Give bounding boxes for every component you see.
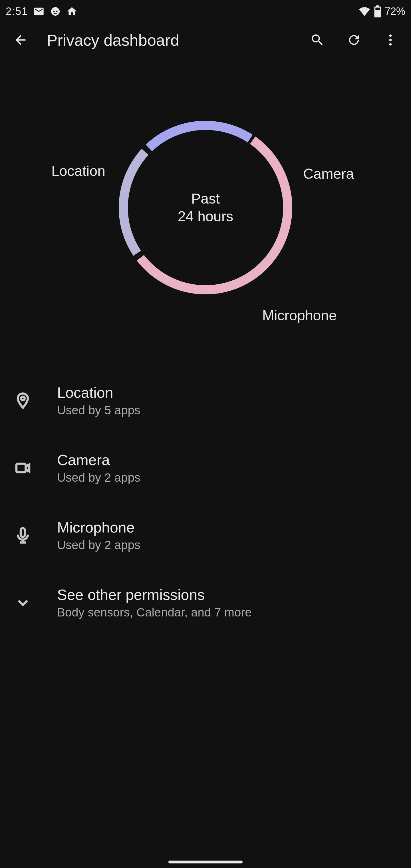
permission-title: Microphone: [57, 519, 140, 536]
chart-label-microphone: Microphone: [262, 307, 337, 324]
overflow-menu-button[interactable]: [377, 26, 404, 54]
battery-icon: [374, 5, 381, 18]
status-time: 2:51: [6, 5, 28, 18]
usage-chart: Past 24 hours Location Camera Microphone: [0, 57, 411, 358]
svg-point-7: [389, 43, 392, 46]
see-other-subtitle: Body sensors, Calendar, and 7 more: [57, 606, 252, 619]
svg-rect-13: [21, 528, 25, 537]
permission-item-microphone[interactable]: Microphone Used by 2 apps: [11, 516, 400, 555]
permission-subtitle: Used by 2 apps: [57, 471, 140, 485]
page-title: Privacy dashboard: [47, 31, 179, 50]
permission-list: Location Used by 5 apps Camera Used by 2…: [0, 358, 411, 622]
chart-label-location: Location: [51, 163, 105, 179]
refresh-button[interactable]: [340, 26, 368, 54]
gesture-nav-bar[interactable]: [168, 861, 243, 863]
battery-percent: 72%: [385, 5, 405, 18]
status-bar: 2:51 72%: [0, 0, 411, 23]
back-button[interactable]: [7, 26, 34, 54]
see-other-permissions[interactable]: See other permissions Body sensors, Cale…: [11, 583, 400, 622]
permission-title: Location: [57, 384, 140, 401]
svg-point-2: [56, 11, 58, 12]
svg-rect-4: [375, 8, 380, 10]
svg-point-11: [21, 397, 25, 400]
home-icon: [66, 6, 77, 17]
permission-subtitle: Used by 5 apps: [57, 403, 140, 417]
svg-point-1: [53, 11, 55, 12]
permission-item-location[interactable]: Location Used by 5 apps: [11, 381, 400, 420]
svg-point-6: [389, 39, 392, 41]
permission-title: Camera: [57, 452, 140, 469]
chevron-down-icon: [11, 594, 34, 611]
wifi-icon: [358, 5, 371, 18]
microphone-icon: [11, 527, 34, 544]
app-bar: Privacy dashboard: [0, 23, 411, 57]
search-button[interactable]: [304, 26, 331, 54]
svg-rect-12: [17, 464, 26, 472]
see-other-title: See other permissions: [57, 586, 252, 603]
svg-point-5: [389, 35, 392, 37]
chart-center-label: Past 24 hours: [114, 116, 297, 299]
reddit-icon: [50, 6, 61, 17]
email-icon: [33, 6, 44, 17]
location-icon: [11, 392, 34, 409]
permission-subtitle: Used by 2 apps: [57, 538, 140, 552]
camera-icon: [11, 459, 34, 476]
chart-label-camera: Camera: [303, 165, 354, 182]
permission-item-camera[interactable]: Camera Used by 2 apps: [11, 448, 400, 487]
svg-point-0: [51, 7, 60, 16]
usage-donut: Past 24 hours: [114, 116, 297, 299]
svg-rect-3: [375, 10, 380, 16]
